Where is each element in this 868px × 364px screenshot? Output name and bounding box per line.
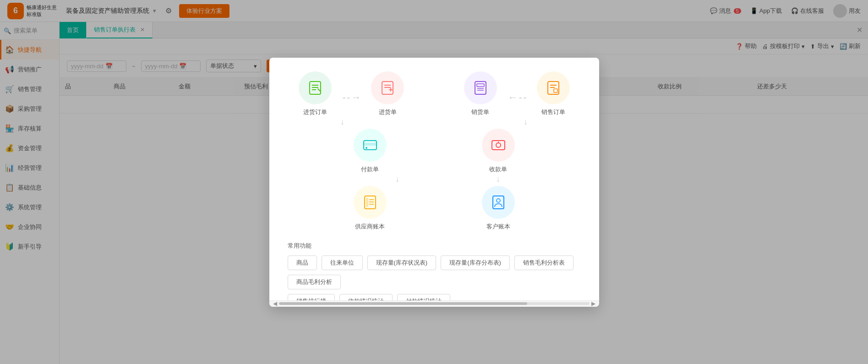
- payment-bill-icon: [354, 129, 387, 162]
- scroll-thumb: [279, 302, 527, 305]
- common-functions-section: 常用功能 商品 往来单位 现存量(库存状况表) 现存量(库存分布表) 销售毛利分…: [288, 242, 581, 300]
- supplier-ledger-label: 供应商账本: [355, 223, 385, 231]
- purchase-bill-icon: [371, 71, 404, 104]
- flow-purchase-order[interactable]: 进货订单: [288, 71, 343, 116]
- flow-sales-bill[interactable]: 销货单: [453, 71, 508, 116]
- supplier-ledger-icon: [354, 186, 387, 219]
- svg-rect-16: [364, 143, 377, 146]
- svg-point-27: [497, 199, 500, 202]
- payment-bill-label: 付款单: [361, 165, 379, 174]
- common-functions-title: 常用功能: [288, 242, 581, 250]
- svg-rect-14: [554, 89, 557, 92]
- btn-receipt-stats[interactable]: 收款情况统计: [339, 294, 393, 300]
- purchase-order-label: 进货订单: [303, 108, 327, 116]
- purchase-order-icon: [299, 71, 332, 104]
- customer-ledger-label: 客户账本: [486, 223, 510, 231]
- purchase-bill-label: 进货单: [379, 108, 397, 116]
- svg-rect-7: [475, 81, 486, 94]
- receipt-bill-icon: [482, 129, 515, 162]
- btn-sales-rank[interactable]: 销售排行榜: [288, 294, 335, 300]
- arrow-down-payment: ↓: [370, 174, 425, 184]
- svg-rect-22: [366, 198, 368, 207]
- svg-point-19: [496, 143, 501, 147]
- modal-overlay[interactable]: 进货订单 - - → 进货单: [0, 0, 868, 364]
- scroll-right-icon[interactable]: ▶: [591, 300, 595, 307]
- flow-sales-order[interactable]: 销售订单: [526, 71, 581, 116]
- modal-body: 进货订单 - - → 进货单: [269, 58, 599, 300]
- sales-order-icon: [537, 71, 570, 104]
- receipt-bill-label: 收款单: [489, 165, 507, 174]
- btn-sales-margin[interactable]: 销售毛利分析表: [514, 255, 573, 270]
- sales-bill-label: 销货单: [471, 108, 489, 116]
- arrow-sales-order-to-bill: ← - -: [508, 92, 526, 116]
- flow-modal: 进货订单 - - → 进货单: [269, 58, 599, 307]
- common-functions-buttons-row2: 销售排行榜 收款情况统计 付款情况统计: [288, 294, 581, 300]
- btn-payment-stats[interactable]: 付款情况统计: [397, 294, 450, 300]
- svg-rect-8: [477, 84, 484, 87]
- btn-stock-status[interactable]: 现存量(库存状况表): [367, 255, 437, 270]
- btn-product-margin[interactable]: 商品毛利分析: [288, 275, 341, 289]
- svg-point-17: [366, 147, 367, 149]
- flow-payment-bill[interactable]: 付款单: [343, 129, 398, 174]
- flow-purchase-bill[interactable]: 进货单: [360, 71, 415, 116]
- customer-ledger-icon: [482, 186, 515, 219]
- scroll-track: [279, 302, 590, 305]
- flow-supplier-ledger[interactable]: 供应商账本: [343, 186, 398, 231]
- arrow-down-sales: ↓: [498, 117, 553, 127]
- flow-receipt-bill[interactable]: 收款单: [471, 129, 526, 174]
- sales-order-label: 销售订单: [541, 108, 565, 116]
- btn-product[interactable]: 商品: [288, 255, 317, 270]
- sales-bill-icon: [464, 71, 497, 104]
- flow-diagram: 进货订单 - - → 进货单: [288, 71, 581, 231]
- arrow-purchase-order-to-bill: - - →: [343, 92, 360, 116]
- modal-scrollbar[interactable]: ◀ ▶: [269, 300, 599, 307]
- btn-contacts[interactable]: 往来单位: [322, 255, 363, 270]
- common-functions-buttons: 商品 往来单位 现存量(库存状况表) 现存量(库存分布表) 销售毛利分析表 商品…: [288, 255, 581, 289]
- btn-stock-dist[interactable]: 现存量(库存分布表): [441, 255, 510, 270]
- arrow-down-purchase: ↓: [315, 117, 370, 127]
- scroll-left-icon[interactable]: ◀: [273, 300, 277, 307]
- flow-customer-ledger[interactable]: 客户账本: [471, 186, 526, 231]
- arrow-down-receipt: ↓: [471, 174, 526, 184]
